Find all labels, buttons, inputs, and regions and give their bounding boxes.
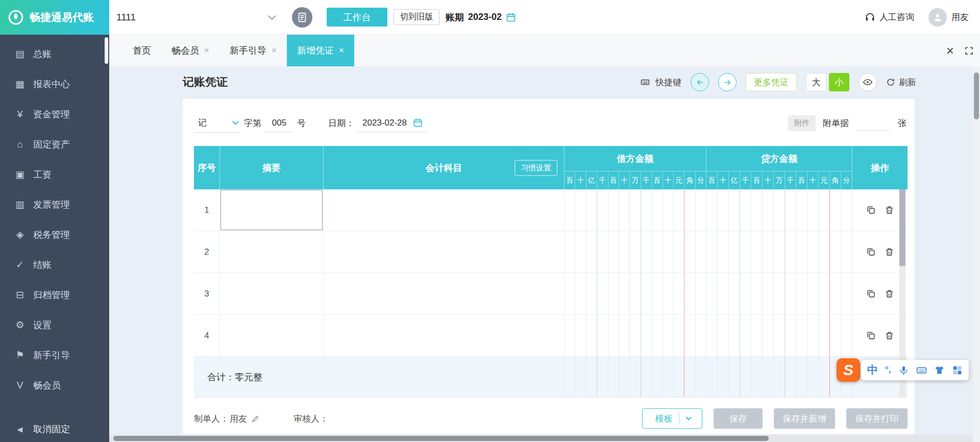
attachment-count-input[interactable] bbox=[856, 115, 891, 131]
save-button[interactable]: 保存 bbox=[714, 408, 763, 429]
digit-col bbox=[684, 189, 695, 231]
summary-input[interactable] bbox=[220, 190, 323, 230]
summary-cell[interactable] bbox=[220, 189, 324, 231]
table-scrollbar-thumb[interactable] bbox=[899, 189, 905, 266]
vertical-scrollbar-thumb[interactable] bbox=[974, 72, 979, 119]
tab-新手引导[interactable]: 新手引导× bbox=[219, 35, 287, 66]
size-small-button[interactable]: 小 bbox=[829, 73, 849, 91]
funds-icon: ¥ bbox=[14, 109, 26, 120]
debit-cell[interactable] bbox=[565, 189, 706, 231]
tab-畅会员[interactable]: 畅会员× bbox=[161, 35, 219, 66]
sidebar-item-ledger[interactable]: ▤总账 bbox=[0, 39, 109, 69]
digit-col bbox=[696, 189, 706, 231]
total-row: 合计：零元整 bbox=[194, 357, 908, 398]
sidebar-item-closing[interactable]: ✓结账 bbox=[0, 250, 109, 280]
prev-voucher-button[interactable] bbox=[691, 73, 709, 91]
digit-col: 千 bbox=[641, 171, 652, 189]
subject-cell[interactable] bbox=[324, 231, 565, 273]
chevron-down-icon bbox=[685, 414, 691, 420]
delete-row-icon[interactable] bbox=[885, 205, 894, 215]
voucher-number-input[interactable]: 005 bbox=[264, 114, 294, 132]
copy-row-icon[interactable] bbox=[866, 289, 876, 299]
main-content: 记账凭证 快捷键 更多凭证 大 小 刷新 记 字第 005 号 日期： bbox=[109, 66, 980, 442]
summary-cell[interactable] bbox=[220, 231, 324, 273]
keyboard-icon[interactable] bbox=[916, 365, 927, 376]
delete-row-icon[interactable] bbox=[885, 289, 894, 299]
horizontal-scrollbar[interactable] bbox=[109, 435, 973, 442]
sidebar-item-invoice[interactable]: ▥发票管理 bbox=[0, 189, 109, 219]
member-icon: V bbox=[14, 380, 26, 391]
more-vouchers-button[interactable]: 更多凭证 bbox=[746, 73, 797, 91]
punctuation-icon[interactable]: °, bbox=[885, 365, 891, 375]
tab-close-icon[interactable]: × bbox=[204, 45, 209, 56]
sidebar-item-archive[interactable]: ⊟归档管理 bbox=[0, 280, 109, 310]
credit-cell[interactable] bbox=[706, 189, 852, 231]
copy-row-icon[interactable] bbox=[866, 247, 876, 257]
sidebar-item-report[interactable]: ▦报表中心 bbox=[0, 69, 109, 99]
period-control[interactable]: 账期 2023-02 bbox=[446, 11, 516, 23]
subject-cell[interactable] bbox=[324, 189, 565, 231]
preview-eye-button[interactable] bbox=[859, 73, 877, 91]
next-voucher-button[interactable] bbox=[718, 73, 737, 91]
debit-cell[interactable] bbox=[565, 273, 706, 314]
copy-row-icon[interactable] bbox=[866, 205, 876, 215]
old-version-button[interactable]: 切到旧版 bbox=[394, 9, 439, 25]
copy-row-icon[interactable] bbox=[866, 331, 876, 340]
word-suffix: 字第 bbox=[244, 117, 261, 129]
sidebar-item-guide[interactable]: ⚑新手引导 bbox=[0, 340, 109, 370]
digit-col bbox=[575, 231, 586, 273]
tab-close-icon[interactable]: × bbox=[339, 45, 344, 56]
delete-row-icon[interactable] bbox=[885, 247, 894, 257]
sidebar-scrollbar[interactable] bbox=[105, 37, 108, 64]
toolbox-grid-icon[interactable] bbox=[952, 365, 963, 376]
close-all-icon[interactable]: × bbox=[946, 44, 954, 57]
chinese-mode-icon[interactable]: 中 bbox=[867, 363, 878, 377]
credit-cell[interactable] bbox=[706, 231, 852, 273]
debit-cell[interactable] bbox=[565, 231, 706, 273]
credit-cell[interactable] bbox=[706, 315, 852, 356]
summary-cell[interactable] bbox=[220, 273, 324, 314]
vertical-scrollbar[interactable] bbox=[973, 66, 980, 442]
summary-cell[interactable] bbox=[220, 315, 324, 356]
habit-settings-button[interactable]: 习惯设置 bbox=[514, 160, 557, 176]
digit-col bbox=[774, 315, 785, 356]
subject-cell[interactable] bbox=[324, 315, 565, 356]
tab-新增凭证[interactable]: 新增凭证× bbox=[287, 35, 354, 66]
debit-cell[interactable] bbox=[565, 315, 706, 356]
sidebar-item-tax[interactable]: ◈税务管理 bbox=[0, 219, 109, 250]
unpin-button[interactable]: ◀ 取消固定 bbox=[0, 416, 109, 442]
total-label: 合计：零元整 bbox=[194, 357, 565, 397]
tab-close-icon[interactable]: × bbox=[272, 45, 277, 56]
sidebar-item-salary[interactable]: ▣工资 bbox=[0, 159, 109, 189]
tab-首页[interactable]: 首页 bbox=[122, 35, 161, 66]
size-large-button[interactable]: 大 bbox=[806, 73, 826, 91]
credit-cell[interactable] bbox=[706, 273, 852, 314]
horizontal-scrollbar-thumb[interactable] bbox=[113, 436, 769, 441]
mic-icon[interactable] bbox=[898, 365, 909, 376]
sidebar-item-funds[interactable]: ¥资金管理 bbox=[0, 99, 109, 129]
consult-button[interactable]: 人工咨询 bbox=[865, 11, 914, 23]
voucher-badge-icon[interactable] bbox=[292, 7, 312, 28]
refresh-button[interactable]: 刷新 bbox=[886, 77, 916, 88]
sidebar-item-settings[interactable]: ⚙设置 bbox=[0, 310, 109, 340]
save-print-button[interactable]: 保存并打印 bbox=[846, 408, 908, 429]
save-new-button[interactable]: 保存并新增 bbox=[774, 408, 835, 429]
digit-col bbox=[841, 315, 852, 356]
digit-col bbox=[641, 357, 652, 397]
sidebar-item-assets[interactable]: ⌂固定资产 bbox=[0, 129, 109, 159]
subject-cell[interactable] bbox=[324, 273, 565, 314]
attachment-button[interactable]: 附件 bbox=[788, 115, 816, 131]
sidebar-item-member[interactable]: V畅会员 bbox=[0, 370, 109, 400]
workbench-button[interactable]: 工作台 bbox=[327, 8, 387, 27]
edit-icon[interactable] bbox=[251, 414, 260, 423]
delete-row-icon[interactable] bbox=[885, 331, 894, 340]
shortcut-button[interactable]: 快捷键 bbox=[639, 77, 681, 88]
user-menu[interactable]: 用友 bbox=[928, 8, 969, 27]
voucher-date-input[interactable]: 2023-02-28 bbox=[357, 114, 428, 132]
voucher-word-select[interactable]: 记 bbox=[195, 113, 240, 133]
template-button[interactable]: 模板 bbox=[642, 408, 702, 429]
skin-icon[interactable] bbox=[934, 365, 945, 376]
account-select[interactable]: 1111 bbox=[116, 12, 274, 23]
fullscreen-icon[interactable] bbox=[964, 46, 974, 56]
sogou-logo[interactable]: S bbox=[837, 358, 860, 382]
